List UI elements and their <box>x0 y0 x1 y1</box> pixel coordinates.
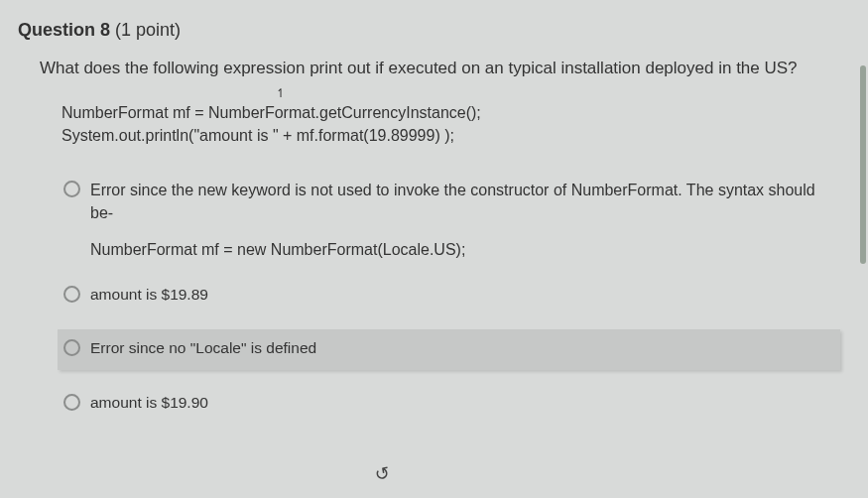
option-text: amount is $19.90 <box>90 392 208 414</box>
option-d[interactable]: amount is $19.90 <box>58 384 840 424</box>
options-list: Error since the new keyword is not used … <box>58 171 840 424</box>
code-block: ↿ NumberFormat mf = NumberFormat.getCurr… <box>62 101 840 147</box>
option-text: Error since no "Locale" is defined <box>90 337 316 359</box>
question-points: (1 point) <box>115 20 181 40</box>
code-line: NumberFormat mf = NumberFormat.getCurren… <box>62 101 840 124</box>
cursor-icon: ↺ <box>373 462 392 486</box>
option-b[interactable]: amount is $19.89 <box>58 276 840 315</box>
question-number: Question 8 <box>18 20 110 40</box>
option-text-line1: Error since the new keyword is not used … <box>90 182 815 221</box>
radio-icon[interactable] <box>63 394 80 411</box>
radio-icon[interactable] <box>63 339 80 356</box>
option-c[interactable]: Error since no "Locale" is defined <box>58 329 840 369</box>
option-text: amount is $19.89 <box>90 284 208 306</box>
scrollbar[interactable] <box>860 65 866 264</box>
caret-mark: ↿ <box>276 85 286 102</box>
code-line: System.out.println("amount is " + mf.for… <box>62 124 840 147</box>
question-header: Question 8 (1 point) <box>18 20 840 41</box>
option-a[interactable]: Error since the new keyword is not used … <box>58 171 840 272</box>
radio-icon[interactable] <box>63 286 80 303</box>
option-text-line2: NumberFormat mf = new NumberFormat(Local… <box>90 238 834 261</box>
radio-icon[interactable] <box>63 181 80 197</box>
option-text: Error since the new keyword is not used … <box>90 179 834 262</box>
question-stem: What does the following expression print… <box>40 57 840 81</box>
